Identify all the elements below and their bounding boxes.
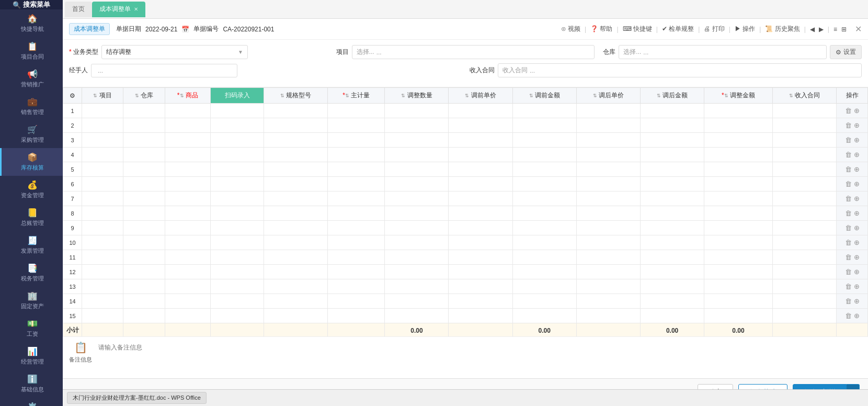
notes-input[interactable]	[96, 341, 862, 360]
copy-icon[interactable]: ⊕	[854, 297, 860, 305]
cell-scan[interactable]	[211, 162, 264, 177]
cell-post-price[interactable]	[576, 294, 640, 309]
cell-pre-amount[interactable]	[512, 235, 576, 250]
copy-icon[interactable]: ⊕	[854, 253, 860, 261]
cell-unit[interactable]	[328, 206, 385, 221]
cell-scan[interactable]	[211, 118, 264, 133]
cell-post-price[interactable]	[576, 235, 640, 250]
delete-icon[interactable]: 🗑	[845, 209, 852, 217]
sidebar-item-purchase-mgmt[interactable]: 🛒 采购管理	[0, 120, 63, 148]
cell-unit[interactable]	[328, 191, 385, 206]
cell-adjust-qty[interactable]	[385, 265, 449, 279]
cell-warehouse[interactable]	[123, 294, 165, 309]
cell-post-amount[interactable]	[640, 133, 704, 148]
delete-icon[interactable]: 🗑	[845, 253, 852, 261]
cell-pre-price[interactable]	[449, 221, 512, 235]
cell-post-price[interactable]	[576, 265, 640, 279]
copy-icon[interactable]: ⊕	[854, 209, 860, 217]
cell-unit[interactable]	[328, 148, 385, 162]
cell-unit[interactable]	[328, 104, 385, 118]
cell-pre-price[interactable]	[449, 162, 512, 177]
cell-pre-amount[interactable]	[512, 133, 576, 148]
cell-spec[interactable]	[264, 206, 328, 221]
cell-income-contract[interactable]	[772, 133, 836, 148]
cell-warehouse[interactable]	[123, 177, 165, 191]
cell-income-contract[interactable]	[772, 235, 836, 250]
cell-project[interactable]	[82, 250, 123, 265]
cell-pre-amount[interactable]	[512, 162, 576, 177]
sidebar-item-fixed-assets[interactable]: 🏢 固定资产	[0, 287, 63, 314]
cell-adjust-amount[interactable]	[704, 177, 773, 191]
cell-post-price[interactable]	[576, 191, 640, 206]
cell-project[interactable]	[82, 265, 123, 279]
col-scan[interactable]: 扫码录入	[211, 88, 264, 104]
cell-post-amount[interactable]	[640, 279, 704, 294]
sidebar-item-ops-mgmt[interactable]: 📊 经营管理	[0, 342, 63, 370]
cell-scan[interactable]	[211, 221, 264, 235]
sidebar-item-project-contract[interactable]: 📋 项目合同	[0, 37, 63, 65]
close-doc-btn[interactable]: ✕	[855, 24, 862, 34]
cell-goods[interactable]	[165, 162, 211, 177]
cell-project[interactable]	[82, 221, 123, 235]
sidebar-item-invoice-mgmt[interactable]: 🧾 发票管理	[0, 231, 63, 259]
cell-warehouse[interactable]	[123, 279, 165, 294]
business-type-input[interactable]: 结存调整 ▼	[101, 45, 248, 59]
tab-home[interactable]: 首页	[65, 2, 92, 17]
delete-icon[interactable]: 🗑	[845, 121, 852, 129]
settings-btn[interactable]: ⚙ 设置	[830, 45, 862, 59]
income-contract-input[interactable]: 收入合同 ...	[498, 63, 862, 77]
cell-adjust-qty[interactable]	[385, 133, 449, 148]
cell-pre-price[interactable]	[449, 279, 512, 294]
cell-pre-amount[interactable]	[512, 221, 576, 235]
cell-adjust-amount[interactable]	[704, 191, 773, 206]
delete-icon[interactable]: 🗑	[845, 297, 852, 305]
cell-pre-amount[interactable]	[512, 279, 576, 294]
tab-cost-adjust[interactable]: 成本调整单 ✕	[92, 2, 145, 17]
cell-adjust-qty[interactable]	[385, 294, 449, 309]
cell-goods[interactable]	[165, 221, 211, 235]
cell-project[interactable]	[82, 309, 123, 323]
cell-scan[interactable]	[211, 148, 264, 162]
cell-adjust-amount[interactable]	[704, 118, 773, 133]
action-shortcuts[interactable]: ⌨ 快捷键	[623, 25, 652, 33]
cell-warehouse[interactable]	[123, 162, 165, 177]
sidebar-item-fund-mgmt[interactable]: 💰 资金管理	[0, 176, 63, 204]
cell-income-contract[interactable]	[772, 279, 836, 294]
cell-post-price[interactable]	[576, 177, 640, 191]
action-history[interactable]: 📜 历史聚焦	[765, 25, 800, 33]
cell-adjust-qty[interactable]	[385, 279, 449, 294]
copy-icon[interactable]: ⊕	[854, 107, 860, 115]
cell-adjust-amount[interactable]	[704, 265, 773, 279]
cell-adjust-qty[interactable]	[385, 206, 449, 221]
cell-post-amount[interactable]	[640, 235, 704, 250]
cell-post-price[interactable]	[576, 162, 640, 177]
delete-icon[interactable]: 🗑	[845, 195, 852, 202]
copy-icon[interactable]: ⊕	[854, 121, 860, 129]
copy-icon[interactable]: ⊕	[854, 224, 860, 232]
cell-adjust-qty[interactable]	[385, 118, 449, 133]
cell-adjust-qty[interactable]	[385, 191, 449, 206]
grid-view-btn[interactable]: ⊞	[841, 26, 847, 33]
cell-project[interactable]	[82, 162, 123, 177]
cell-post-price[interactable]	[576, 279, 640, 294]
cell-project[interactable]	[82, 235, 123, 250]
cell-unit[interactable]	[328, 265, 385, 279]
cell-goods[interactable]	[165, 250, 211, 265]
cell-scan[interactable]	[211, 104, 264, 118]
delete-icon[interactable]: 🗑	[845, 107, 852, 115]
cell-pre-price[interactable]	[449, 294, 512, 309]
copy-icon[interactable]: ⊕	[854, 165, 860, 173]
cell-scan[interactable]	[211, 235, 264, 250]
cell-pre-amount[interactable]	[512, 118, 576, 133]
cell-pre-price[interactable]	[449, 118, 512, 133]
delete-icon[interactable]: 🗑	[845, 224, 852, 232]
action-operate[interactable]: ▶ 操作	[735, 25, 755, 33]
cell-pre-amount[interactable]	[512, 294, 576, 309]
delete-icon[interactable]: 🗑	[845, 268, 852, 276]
cell-pre-price[interactable]	[449, 148, 512, 162]
cell-post-amount[interactable]	[640, 265, 704, 279]
cell-scan[interactable]	[211, 206, 264, 221]
cell-adjust-qty[interactable]	[385, 221, 449, 235]
cell-pre-price[interactable]	[449, 191, 512, 206]
cell-income-contract[interactable]	[772, 206, 836, 221]
